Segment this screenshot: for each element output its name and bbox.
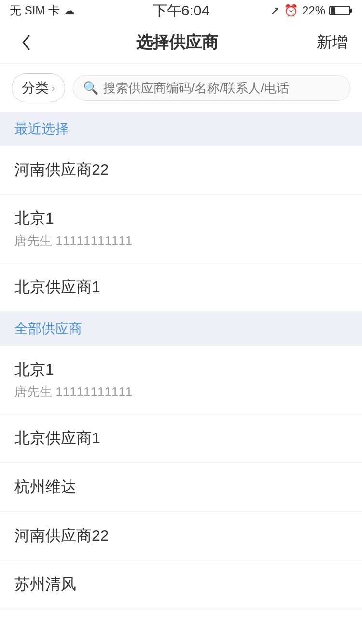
item-name: 北京1 (14, 359, 348, 380)
location-icon: ↗ (270, 4, 280, 17)
page-title: 选择供应商 (136, 31, 218, 54)
back-button[interactable] (14, 27, 38, 58)
status-left: 无 SIM 卡 ☁ (10, 3, 75, 18)
all-list-item[interactable]: 苏州清风 (0, 560, 362, 609)
search-input[interactable] (103, 81, 340, 96)
category-label: 分类 (22, 79, 49, 97)
item-name: 苏州清风 (14, 574, 348, 595)
no-sim-text: 无 SIM 卡 ☁ (10, 3, 75, 18)
recent-list-item[interactable]: 北京1唐先生 11111111111 (0, 195, 362, 263)
item-name: 北京供应商1 (14, 428, 348, 449)
item-name: 北京供应商1 (14, 277, 348, 298)
all-list-item[interactable]: 河南供应商22 (0, 512, 362, 560)
recent-section-header: 最近选择 (0, 112, 362, 146)
status-right: ↗ ⏰ 22% (270, 4, 352, 17)
item-name: 北京1 (14, 208, 348, 229)
item-name: 河南供应商22 (14, 159, 348, 181)
all-list-item[interactable]: 北京1唐先生 11111111111 (0, 346, 362, 414)
all-list-item[interactable]: 杭州维达 (0, 463, 362, 512)
status-time: 下午6:04 (153, 1, 209, 21)
recent-section-label: 最近选择 (14, 121, 69, 136)
recent-list-item[interactable]: 北京供应商1 (0, 263, 362, 312)
nav-bar: 选择供应商 新增 (0, 21, 362, 64)
all-items-list: 北京1唐先生 11111111111北京供应商1杭州维达河南供应商22苏州清风 (0, 346, 362, 609)
all-section-header: 全部供应商 (0, 312, 362, 346)
chevron-right-icon: › (52, 83, 55, 94)
search-box[interactable]: 🔍 (73, 75, 350, 101)
add-button[interactable]: 新增 (317, 32, 348, 53)
all-list-item[interactable]: 北京供应商1 (0, 414, 362, 463)
status-bar: 无 SIM 卡 ☁ 下午6:04 ↗ ⏰ 22% (0, 0, 362, 21)
search-icon: 🔍 (83, 81, 98, 96)
svg-rect-2 (331, 7, 335, 14)
search-area: 分类 › 🔍 (0, 64, 362, 112)
battery-icon (329, 5, 352, 16)
recent-items-list: 河南供应商22北京1唐先生 11111111111北京供应商1 (0, 146, 362, 312)
alarm-icon: ⏰ (284, 4, 298, 17)
svg-rect-1 (350, 9, 352, 13)
category-button[interactable]: 分类 › (12, 73, 65, 102)
item-sub: 唐先生 11111111111 (14, 383, 348, 400)
item-sub: 唐先生 11111111111 (14, 232, 348, 249)
recent-list-item[interactable]: 河南供应商22 (0, 146, 362, 195)
item-name: 河南供应商22 (14, 525, 348, 546)
item-name: 杭州维达 (14, 476, 348, 498)
all-section-label: 全部供应商 (14, 321, 82, 336)
battery-text: 22% (302, 4, 325, 17)
